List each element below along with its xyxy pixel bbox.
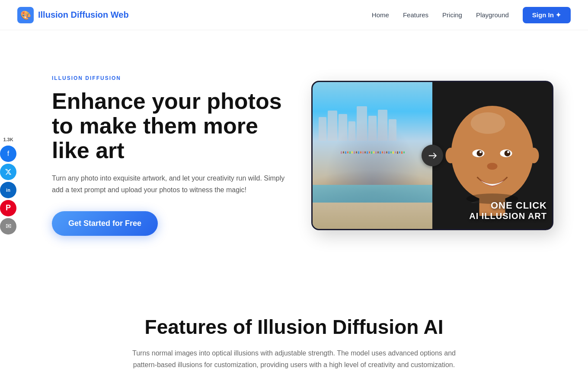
overlay-line1: ONE CLICK	[469, 200, 547, 211]
svg-point-11	[507, 151, 509, 153]
nav-features[interactable]: Features	[403, 11, 428, 19]
svg-point-12	[487, 163, 498, 170]
logo-link[interactable]: 🎨 Illusion Diffusion Web	[17, 7, 129, 23]
overlay-text: ONE CLICK AI ILLUSION ART	[469, 200, 547, 221]
features-section: Features of Illusion Diffusion AI Turns …	[0, 281, 588, 371]
hero-content: ILLUSION DIFFUSION Enhance your photos t…	[52, 75, 285, 236]
features-description: Turns normal images into optical illusio…	[121, 347, 467, 371]
linkedin-share-button[interactable]: in	[0, 182, 16, 198]
hero-image-inner: ONE CLICK AI ILLUSION ART	[313, 82, 552, 229]
svg-point-14	[529, 148, 539, 163]
hero-image-panel: ONE CLICK AI ILLUSION ART	[311, 81, 553, 230]
hero-section: ILLUSION DIFFUSION Enhance your photos t…	[0, 30, 588, 281]
svg-point-10	[479, 151, 482, 153]
logo-icon: 🎨	[17, 7, 34, 23]
pinterest-share-button[interactable]: P	[0, 200, 16, 216]
hero-title: Enhance your photos to make them more li…	[52, 89, 285, 163]
svg-point-8	[477, 150, 483, 156]
hero-image-container: ONE CLICK AI ILLUSION ART	[311, 81, 553, 230]
social-sidebar: 1.3K f in P ✉	[0, 133, 16, 239]
hero-tag: ILLUSION DIFFUSION	[52, 75, 285, 81]
svg-point-9	[505, 150, 511, 156]
svg-point-13	[446, 148, 456, 163]
get-started-button[interactable]: Get Started for Free	[52, 211, 158, 236]
beach-image	[313, 82, 432, 229]
hero-description: Turn any photo into exquisite artwork, a…	[52, 172, 285, 196]
logo-text: Illusion Diffusion Web	[38, 10, 129, 20]
social-count: 1.3K	[3, 137, 13, 142]
nav-home[interactable]: Home	[372, 11, 389, 19]
arrow-divider-icon	[422, 145, 443, 166]
nav-playground[interactable]: Playground	[476, 11, 509, 19]
navbar: 🎨 Illusion Diffusion Web Home Features P…	[0, 0, 588, 30]
signin-button[interactable]: Sign In ✦	[523, 7, 571, 23]
svg-point-5	[471, 112, 505, 134]
nav-pricing[interactable]: Pricing	[442, 11, 462, 19]
features-title: Features of Illusion Diffusion AI	[17, 315, 571, 339]
facebook-share-button[interactable]: f	[0, 146, 16, 162]
nav-links: Home Features Pricing Playground Sign In…	[372, 7, 571, 23]
overlay-line2: AI ILLUSION ART	[469, 211, 547, 221]
twitter-share-button[interactable]	[0, 164, 16, 180]
email-share-button[interactable]: ✉	[0, 218, 16, 235]
